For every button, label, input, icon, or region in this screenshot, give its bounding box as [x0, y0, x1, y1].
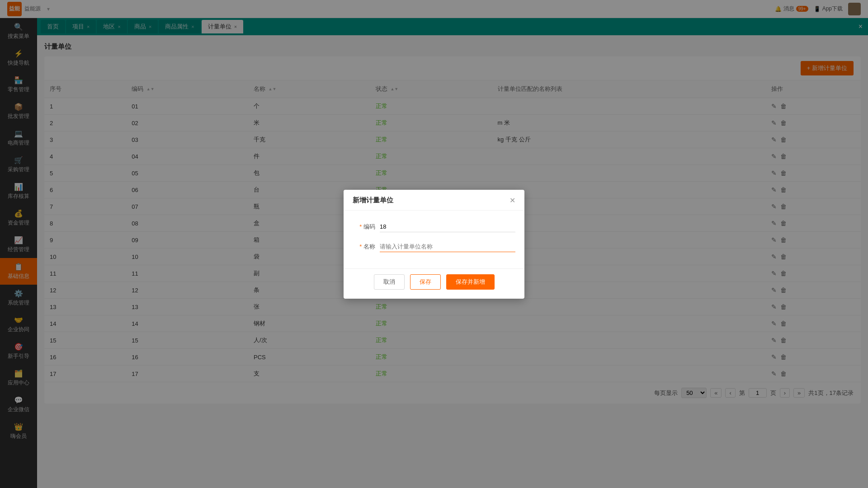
- modal-body: * 编码 * 名称: [344, 211, 524, 268]
- save-and-new-button[interactable]: 保存并新增: [446, 274, 495, 290]
- modal-header: 新增计量单位 ✕: [344, 190, 524, 211]
- code-input[interactable]: [380, 221, 515, 232]
- cancel-button[interactable]: 取消: [374, 274, 405, 290]
- name-label: * 名称: [353, 243, 380, 251]
- save-button[interactable]: 保存: [410, 274, 441, 290]
- add-unit-modal: 新增计量单位 ✕ * 编码 * 名称 取消 保存 保存并新增: [344, 190, 524, 299]
- form-row-name: * 名称: [353, 241, 515, 252]
- modal-footer: 取消 保存 保存并新增: [344, 268, 524, 299]
- form-row-code: * 编码: [353, 221, 515, 232]
- modal-title: 新增计量单位: [353, 196, 393, 205]
- required-mark-name: *: [359, 243, 362, 250]
- required-mark-code: *: [359, 223, 362, 230]
- modal-overlay: 新增计量单位 ✕ * 编码 * 名称 取消 保存 保存并新增: [0, 0, 868, 488]
- name-input[interactable]: [380, 241, 515, 252]
- code-label: * 编码: [353, 223, 380, 231]
- modal-close-btn[interactable]: ✕: [509, 196, 515, 205]
